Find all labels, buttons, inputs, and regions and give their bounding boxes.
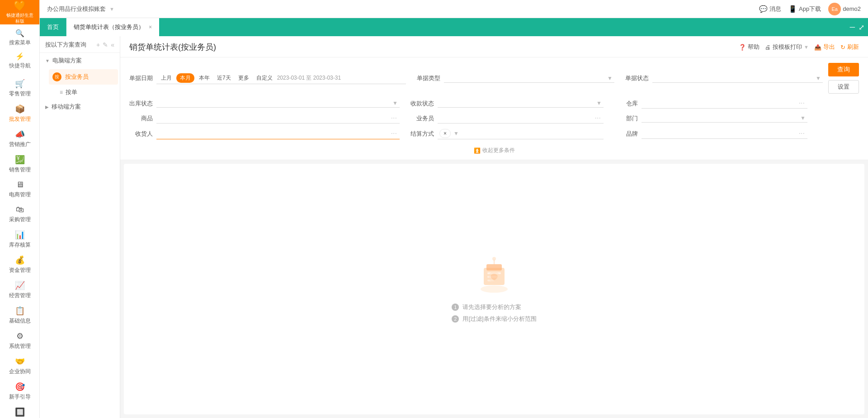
filter-row-3: 商品 ··· 业务员 ···	[129, 113, 859, 124]
query-button[interactable]: 查询	[828, 63, 859, 76]
quick-nav[interactable]: ⚡ 快捷导航	[0, 49, 39, 71]
salesperson-dots[interactable]: ···	[594, 114, 602, 122]
home-tab-label: 首页	[47, 23, 59, 31]
inventory-icon: 📊	[15, 230, 25, 240]
payment-status-arrow: ▼	[596, 100, 602, 106]
message-btn[interactable]: 💬 消息	[759, 5, 781, 13]
brand-input-wrap: ···	[642, 128, 807, 139]
collapse-filter-btn[interactable]: ⏫ 收起更多条件	[129, 144, 859, 156]
warehouse-dots[interactable]: ···	[798, 99, 806, 107]
svg-rect-2	[486, 264, 502, 271]
nav-label: 快捷导航	[9, 62, 31, 70]
operation-icon: 📈	[15, 280, 25, 290]
refresh-btn[interactable]: ↻ 刷新	[840, 43, 859, 51]
user-menu[interactable]: Ea demo2	[828, 3, 861, 15]
dept-label: 部门	[614, 114, 638, 123]
sidebar-item-finance[interactable]: 💰 资金管理	[0, 252, 39, 277]
payment-status-field: 收款状态 ▼	[410, 99, 604, 108]
marketing-icon: 📣	[15, 129, 25, 139]
minimize-btn[interactable]: ─	[850, 23, 855, 31]
sidebar-item-retail[interactable]: 🛒 零售管理	[0, 75, 39, 100]
sidebar-item-sales[interactable]: 💹 销售管理	[0, 151, 39, 176]
date-last-month-btn[interactable]: 上月	[158, 73, 175, 83]
tab-close-btn[interactable]: ×	[149, 24, 152, 30]
maximize-btn[interactable]: ⤢	[859, 23, 864, 32]
sidebar-item-basic[interactable]: 📋 基础信息	[0, 302, 39, 328]
payment-status-select[interactable]: ▼	[438, 99, 604, 108]
sidebar-item-system[interactable]: ⚙ 系统管理	[0, 328, 39, 353]
query-btn-col: 查询 设置	[828, 63, 859, 94]
header-left: 办公用品行业模拟账套 ▼	[47, 5, 114, 13]
brand-field: 品牌 ···	[614, 128, 807, 139]
sidebar-item-wholesale[interactable]: 📦 批发管理	[0, 100, 39, 126]
consignee-input[interactable]	[158, 129, 388, 138]
scheme-icon-salesperson: 按	[52, 72, 61, 81]
sales-icon: 💹	[15, 155, 25, 165]
date-this-month-btn[interactable]: 本月	[176, 73, 194, 83]
tab-home[interactable]: 首页	[40, 18, 66, 36]
wholesale-icon: 📦	[15, 104, 25, 114]
sidebar-item-ecommerce[interactable]: 🖥 电商管理	[0, 176, 39, 201]
sidebar-item-marketing[interactable]: 📣 营销推广	[0, 126, 39, 151]
doc-status-arrow: ▼	[816, 75, 821, 81]
scheme-by-order[interactable]: ≡ 按单	[47, 86, 120, 99]
brand-dots[interactable]: ···	[798, 129, 806, 138]
edit-scheme-btn[interactable]: ✎	[103, 41, 108, 48]
message-label: 消息	[769, 5, 781, 13]
product-input-wrap: ···	[156, 113, 400, 124]
tab-active[interactable]: 销货单统计表（按业务员） ×	[66, 18, 159, 36]
help-icon: ❓	[739, 44, 746, 51]
tip2-text: 用[过滤]条件来缩小分析范围	[462, 315, 536, 323]
search-menu[interactable]: 🔍 搜索菜单	[0, 24, 39, 49]
ship-status-label: 出库状态	[129, 100, 153, 108]
add-scheme-btn[interactable]: +	[96, 41, 100, 48]
consignee-dots[interactable]: ···	[390, 129, 398, 138]
warehouse-label: 仓库	[614, 100, 638, 108]
refresh-label: 刷新	[847, 43, 859, 51]
ship-status-arrow: ▼	[392, 100, 398, 106]
setup-button[interactable]: 设置	[828, 80, 859, 94]
sidebar-item-cooperation[interactable]: 🤝 企业协同	[0, 353, 39, 378]
date-more-btn[interactable]: 更多	[236, 73, 252, 83]
sidebar-item-newbie[interactable]: 🎯 新手引导	[0, 378, 39, 404]
ship-status-select[interactable]: ▼	[156, 99, 400, 108]
doc-type-select[interactable]: ▼	[444, 74, 614, 83]
sidebar-item-label: 企业协同	[9, 368, 31, 375]
desktop-subgroup: 按 按业务员 ≡ 按单	[40, 69, 120, 99]
date-7days-btn[interactable]: 近7天	[214, 73, 234, 83]
print-dropdown-arrow[interactable]: ▼	[804, 44, 809, 50]
print-label: 按模板打印	[773, 43, 802, 51]
print-btn[interactable]: 🖨 按模板打印 ▼	[765, 43, 809, 51]
svg-point-8	[492, 257, 496, 261]
desktop-group-header[interactable]: ▼ 电脑端方案	[40, 53, 120, 68]
app-dropdown-label[interactable]: 办公用品行业模拟账套	[47, 5, 106, 13]
refresh-icon: ↻	[840, 44, 845, 51]
app-dropdown-arrow[interactable]: ▼	[109, 6, 114, 12]
print-icon: 🖨	[765, 44, 771, 51]
app-download-btn[interactable]: 📱 App下载	[788, 5, 821, 13]
sidebar-logo[interactable]: 🧡 畅捷通好生意 标版	[0, 0, 40, 24]
collapse-scheme-btn[interactable]: «	[111, 41, 114, 48]
user-name: demo2	[843, 5, 861, 12]
sidebar-item-inventory[interactable]: 📊 库存核算	[0, 226, 39, 252]
doc-status-select[interactable]: ▼	[652, 74, 823, 83]
sidebar-item-purchase[interactable]: 🛍 采购管理	[0, 201, 39, 226]
sidebar-item-operation[interactable]: 📈 经营管理	[0, 277, 39, 302]
desktop-group-label: 电脑端方案	[52, 57, 82, 65]
settlement-arrow[interactable]: ▼	[453, 130, 459, 137]
product-dots[interactable]: ···	[390, 114, 398, 122]
mobile-group-header[interactable]: ▶ 移动端方案	[40, 99, 120, 114]
scheme-by-salesperson[interactable]: 按 按业务员	[49, 69, 118, 85]
desktop-scheme-group: ▼ 电脑端方案 按 按业务员 ≡ 按单	[40, 53, 120, 99]
date-this-year-btn[interactable]: 本年	[196, 73, 212, 83]
date-custom-btn[interactable]: 自定义	[254, 73, 275, 83]
content-area: 按以下方案查询 + ✎ « ▼ 电脑端方案 按 按业务	[40, 36, 868, 418]
sidebar-item-label: 库存核算	[9, 241, 31, 249]
avatar: Ea	[828, 3, 841, 15]
export-btn[interactable]: 📤 导出	[814, 43, 835, 51]
dept-select[interactable]: ▼	[642, 114, 807, 123]
settlement-tag-close[interactable]: ×	[443, 130, 447, 137]
help-btn[interactable]: ❓ 帮助	[739, 43, 760, 51]
collapse-label: 收起更多条件	[482, 147, 515, 154]
sidebar-item-apps[interactable]: 🔲 应用中心	[0, 404, 39, 418]
